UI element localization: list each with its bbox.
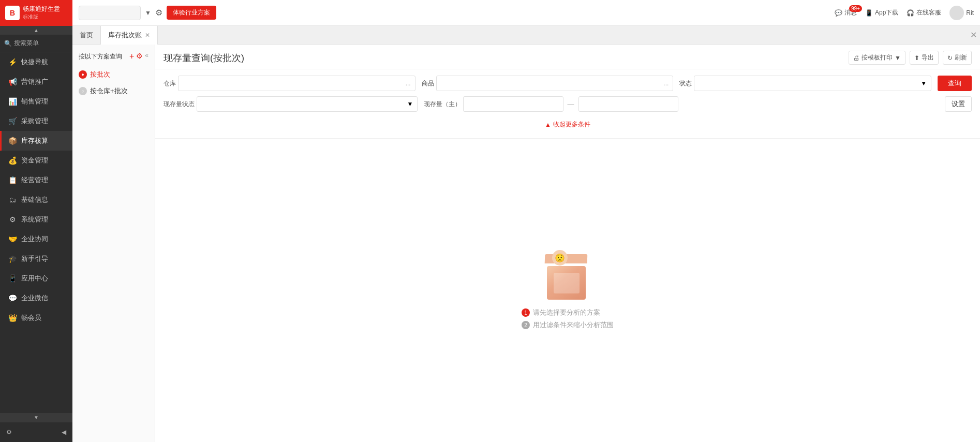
hint-text-2: 用过滤条件来缩小分析范围 xyxy=(533,320,614,330)
system-icon: ⚙ xyxy=(8,215,17,224)
sidebar-item-members[interactable]: 👑 畅会员 xyxy=(0,308,72,328)
inventory-status-arrow-icon: ▼ xyxy=(407,100,413,108)
sidebar-item-label: 快捷导航 xyxy=(21,57,48,67)
sidebar-item-guide[interactable]: 🎓 新手引导 xyxy=(0,249,72,269)
export-icon: ⬆ xyxy=(914,54,919,62)
tab-close-icon[interactable]: ✕ xyxy=(145,32,150,39)
members-icon: 👑 xyxy=(8,313,17,322)
sidebar-item-apps[interactable]: 📱 应用中心 xyxy=(0,269,72,288)
scheme-by-warehouse-batch[interactable]: ○ 按仓库+批次 xyxy=(72,83,155,99)
status-arrow-icon: ▼ xyxy=(920,80,927,87)
filter-status: 状态 ▼ xyxy=(679,76,931,91)
topbar-settings-icon[interactable]: ⚙ xyxy=(155,8,162,18)
sidebar-item-label: 营销推广 xyxy=(21,77,48,86)
enterprise-icon: 🤝 xyxy=(8,234,17,244)
hint-text-1: 请先选择要分析的方案 xyxy=(533,308,600,317)
sidebar-header: B 畅康通好生意 标准版 xyxy=(0,0,72,26)
messages-item[interactable]: 💬 消息 99+ xyxy=(835,8,857,17)
marketing-icon: 📢 xyxy=(8,77,17,86)
app-download-item[interactable]: 📱 App下载 xyxy=(865,8,898,17)
sidebar-item-label: 畅会员 xyxy=(21,313,41,322)
filter-row-2: 现存量状态 ▼ 现存量（主） — 设置 xyxy=(164,96,972,112)
settings-btn[interactable]: 设置 xyxy=(945,96,972,112)
inventory-qty-max-input[interactable] xyxy=(578,96,678,112)
query-btn[interactable]: 查询 xyxy=(938,76,972,91)
sidebar-collapse-btn[interactable]: ◀ xyxy=(60,426,68,438)
qty-dash: — xyxy=(568,100,574,108)
inventory-qty-min-input[interactable] xyxy=(463,96,563,112)
sidebar-item-shortcut[interactable]: ⚡ 快捷导航 xyxy=(0,52,72,72)
sidebar-item-label: 企业协同 xyxy=(21,234,48,244)
warehouse-dots-icon: ... xyxy=(406,80,411,87)
sidebar-item-label: 库存核算 xyxy=(21,136,48,145)
finance-icon: 💰 xyxy=(8,156,17,165)
business-icon: 📋 xyxy=(8,175,17,185)
right-panel: 现存量查询(按批次) 🖨 按模板打印 ▼ ⬆ 导出 ↻ 刷新 xyxy=(155,45,980,442)
sales-icon: 📊 xyxy=(8,97,17,106)
collapse-conditions-label: 收起更多条件 xyxy=(553,120,590,129)
sidebar-search[interactable]: 🔍 搜索菜单 xyxy=(0,35,72,52)
scheme-by-warehouse-batch-label: 按仓库+批次 xyxy=(90,86,128,96)
status-select[interactable]: ▼ xyxy=(694,76,931,91)
sidebar-item-marketing[interactable]: 📢 营销推广 xyxy=(0,72,72,92)
export-label: 导出 xyxy=(922,53,934,62)
tab-inventory-batch[interactable]: 库存批次账 ✕ xyxy=(101,26,158,45)
scheme-actions: + ⚙ « xyxy=(129,52,149,61)
try-industry-btn[interactable]: 体验行业方案 xyxy=(167,6,216,20)
topbar-dropdown-icon[interactable]: ▼ xyxy=(145,9,151,17)
refresh-btn[interactable]: ↻ 刷新 xyxy=(943,51,972,65)
scheme-by-batch[interactable]: ● 按批次 xyxy=(72,66,155,83)
hint-num-2: 2 xyxy=(522,321,530,329)
sidebar-item-label: 资金管理 xyxy=(21,156,48,165)
sidebar-item-enterprise[interactable]: 🤝 企业协同 xyxy=(0,229,72,249)
page-actions: 🖨 按模板打印 ▼ ⬆ 导出 ↻ 刷新 xyxy=(849,51,972,65)
sidebar-item-system[interactable]: ⚙ 系统管理 xyxy=(0,210,72,229)
collapse-panel-btn[interactable]: « xyxy=(145,52,149,61)
warehouse-input[interactable]: ... xyxy=(178,76,415,91)
tab-home[interactable]: 首页 xyxy=(72,26,101,45)
warehouse-label: 仓库 xyxy=(164,79,176,88)
service-icon: 🎧 xyxy=(907,9,914,17)
add-scheme-btn[interactable]: + xyxy=(129,52,134,61)
sidebar-item-label: 系统管理 xyxy=(21,215,48,224)
sidebar-scroll-down[interactable]: ▼ xyxy=(0,413,72,422)
empty-state: 😟 1 请先选择要分析的方案 2 用过滤条件来缩小分析范围 xyxy=(155,139,980,442)
scheme-inactive-icon: ○ xyxy=(79,87,87,95)
sidebar-footer: ⚙ ◀ xyxy=(0,422,72,442)
user-avatar-item[interactable]: Rit xyxy=(949,6,974,20)
export-btn[interactable]: ⬆ 导出 xyxy=(910,51,939,65)
sidebar-item-wechat[interactable]: 💬 企业微信 xyxy=(0,288,72,308)
tabs-bar: 首页 库存批次账 ✕ ✕ xyxy=(72,26,980,45)
sidebar-item-label: 基础信息 xyxy=(21,195,48,204)
sidebar-item-basic[interactable]: 🗂 基础信息 xyxy=(0,190,72,210)
sidebar-scroll-up[interactable]: ▲ xyxy=(0,26,72,35)
print-dropdown-icon: ▼ xyxy=(895,54,901,62)
sidebar-item-business[interactable]: 📋 经营管理 xyxy=(0,170,72,190)
sidebar-item-purchase[interactable]: 🛒 采购管理 xyxy=(0,111,72,131)
product-input[interactable]: ... xyxy=(436,76,674,91)
empty-box-body xyxy=(547,266,586,300)
filter-inventory-qty: 现存量（主） — xyxy=(424,96,678,112)
purchase-icon: 🛒 xyxy=(8,116,17,126)
topbar-search-input[interactable] xyxy=(79,6,141,20)
online-service-label: 在线客服 xyxy=(916,8,941,17)
sidebar-settings-btn[interactable]: ⚙ xyxy=(4,426,14,438)
apps-icon: 📱 xyxy=(8,274,17,283)
sidebar-item-finance[interactable]: 💰 资金管理 xyxy=(0,151,72,170)
panel-close-btn[interactable]: ✕ xyxy=(967,29,980,41)
sidebar-item-sales[interactable]: 📊 销售管理 xyxy=(0,92,72,111)
inventory-qty-label: 现存量（主） xyxy=(424,100,461,109)
filter-product: 商品 ... xyxy=(422,76,674,91)
print-template-btn[interactable]: 🖨 按模板打印 ▼ xyxy=(849,51,905,65)
shortcut-icon: ⚡ xyxy=(8,57,17,67)
collapse-conditions-btn[interactable]: ▲ 收起更多条件 xyxy=(164,117,972,132)
collapse-icon: ◀ xyxy=(62,429,66,436)
online-service-item[interactable]: 🎧 在线客服 xyxy=(907,8,941,17)
inventory-status-select[interactable]: ▼ xyxy=(197,96,418,112)
content-area: 按以下方案查询 + ⚙ « ● 按批次 ○ 按仓库+批次 现存量查询(按批次) xyxy=(72,45,980,442)
app-logo: B xyxy=(5,6,20,20)
refresh-icon: ↻ xyxy=(947,54,953,62)
sidebar-nav: ⚡ 快捷导航 📢 营销推广 📊 销售管理 🛒 采购管理 📦 库存核算 💰 资金管… xyxy=(0,52,72,413)
sidebar-item-inventory[interactable]: 📦 库存核算 xyxy=(0,131,72,151)
scheme-settings-btn[interactable]: ⚙ xyxy=(136,52,143,61)
